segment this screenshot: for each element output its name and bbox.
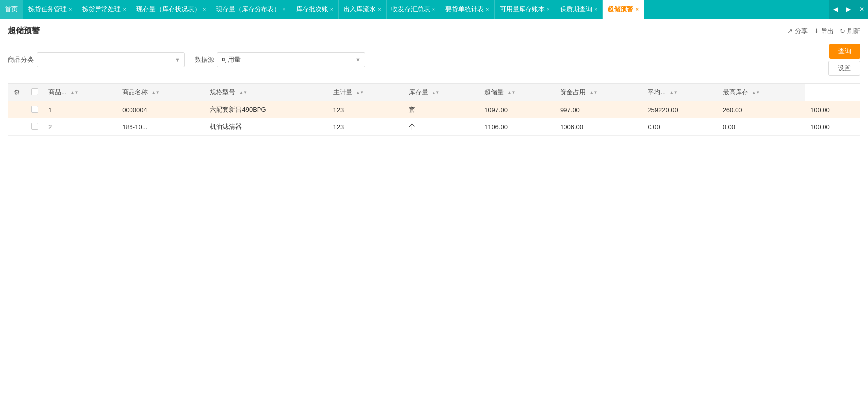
category-chevron-icon: ▼ — [175, 57, 180, 63]
table-row: 2 186-10... 机油滤清器 123 个 1106.00 1006.00 … — [8, 118, 860, 136]
row-spec: 123 — [328, 118, 404, 136]
sort-icon-unit[interactable]: ▲▼ — [356, 91, 364, 95]
data-table: ⚙ 商品... ▲▼ 商品名称 ▲▼ 规格型号 ▲▼ 主计 — [8, 83, 860, 136]
datasource-select[interactable]: 可用量 ▼ — [217, 52, 365, 67]
row-index: 1 — [43, 101, 117, 118]
nav-item-task-mgmt[interactable]: 拣货任务管理 × — [23, 0, 77, 19]
category-select[interactable]: ▼ — [37, 52, 185, 67]
sort-icon-stock[interactable]: ▲▼ — [432, 91, 439, 95]
col-header-capital-label: 资金占用 — [560, 88, 586, 96]
nav-item-expiry[interactable]: 保质期查询 × — [555, 0, 603, 19]
row-max-stock: 100.00 — [805, 118, 860, 136]
nav-item-order-stat[interactable]: 要货单统计表 × — [440, 0, 494, 19]
header-actions: ↗ 分享 ⤓ 导出 ↻ 刷新 — [787, 27, 860, 36]
header-checkbox[interactable] — [31, 88, 38, 95]
table-row: 1 0000004 六配套新昌490BPG 123 套 1097.00 997.… — [8, 101, 860, 118]
col-header-product-name-label: 商品名称 — [122, 88, 148, 96]
nav-arrows: ◀ ▶ ✕ — [829, 0, 868, 19]
col-header-capital: 资金占用 ▲▼ — [555, 84, 643, 101]
col-header-settings: ⚙ — [8, 84, 26, 101]
row-settings-cell — [8, 101, 26, 118]
category-filter: 商品分类 ▼ — [8, 52, 185, 67]
row-unit: 套 — [404, 101, 479, 118]
col-header-avg: 平均... ▲▼ — [643, 84, 717, 101]
nav-item-expiry-close[interactable]: × — [594, 6, 597, 12]
col-header-unit-label: 主计量 — [333, 88, 352, 96]
nav-item-stock-status[interactable]: 现存量（库存状况表） × — [131, 0, 211, 19]
nav-item-avail-acct[interactable]: 可用量库存账本 × — [495, 0, 555, 19]
col-header-overstock: 超储量 ▲▼ — [479, 84, 555, 101]
page-header: 超储预警 ↗ 分享 ⤓ 导出 ↻ 刷新 — [8, 26, 860, 36]
query-button[interactable]: 查询 — [829, 44, 860, 59]
col-header-stock-label: 库存量 — [409, 88, 428, 96]
col-header-stock: 库存量 ▲▼ — [404, 84, 479, 101]
nav-item-receive-send-close[interactable]: × — [432, 6, 435, 12]
page-content: 超储预警 ↗ 分享 ⤓ 导出 ↻ 刷新 商品分类 ▼ 数据源 — [0, 19, 868, 395]
row-settings-cell — [8, 118, 26, 136]
nav-item-overstock-label: 超储预警 — [608, 5, 633, 14]
nav-item-inout-flow-label: 出入库流水 — [344, 5, 376, 14]
row-stock: 1097.00 — [479, 101, 555, 118]
nav-close-button[interactable]: ✕ — [855, 0, 868, 19]
nav-item-task-mgmt-close[interactable]: × — [69, 6, 72, 12]
nav-item-home[interactable]: 首页 — [0, 0, 23, 19]
nav-item-order-stat-close[interactable]: × — [486, 6, 489, 12]
nav-item-stock-dist-close[interactable]: × — [282, 6, 285, 12]
filter-row: 商品分类 ▼ 数据源 可用量 ▼ 查询 设置 — [8, 44, 860, 76]
row-unit: 个 — [404, 118, 479, 136]
nav-prev-button[interactable]: ◀ — [829, 0, 842, 19]
row-product-name: 六配套新昌490BPG — [205, 101, 328, 118]
nav-item-avail-acct-label: 可用量库存账本 — [500, 5, 545, 14]
nav-item-stock-status-close[interactable]: × — [203, 6, 206, 12]
category-label: 商品分类 — [8, 55, 34, 64]
nav-item-overstock[interactable]: 超储预警 × — [603, 0, 644, 19]
row-max-stock: 100.00 — [805, 101, 860, 118]
sort-icon-avg[interactable]: ▲▼ — [670, 91, 678, 95]
nav-item-stock-dist-label: 现存量（库存分布表） — [216, 5, 280, 14]
nav-next-button[interactable]: ▶ — [842, 0, 855, 19]
sort-icon-max-stock[interactable]: ▲▼ — [752, 91, 760, 95]
sort-icon-overstock[interactable]: ▲▼ — [508, 91, 516, 95]
settings-button[interactable]: 设置 — [828, 61, 860, 76]
export-button[interactable]: ⤓ 导出 — [814, 27, 834, 36]
nav-item-batch-acct-close[interactable]: × — [330, 6, 333, 12]
row-overstock: 997.00 — [555, 101, 643, 118]
nav-item-order-stat-label: 要货单统计表 — [445, 5, 484, 14]
refresh-button[interactable]: ↻ 刷新 — [840, 27, 860, 36]
top-nav: 首页 拣货任务管理 × 拣货异常处理 × 现存量（库存状况表） × 现存量（库存… — [0, 0, 868, 19]
nav-item-home-label: 首页 — [5, 5, 18, 14]
sort-icon-product-code[interactable]: ▲▼ — [70, 91, 78, 95]
nav-item-batch-acct[interactable]: 库存批次账 × — [291, 0, 339, 19]
nav-item-receive-send[interactable]: 收发存汇总表 × — [387, 0, 440, 19]
nav-item-avail-acct-close[interactable]: × — [547, 6, 550, 12]
share-label: 分享 — [795, 27, 808, 36]
nav-item-abnormal-close[interactable]: × — [123, 6, 126, 12]
nav-item-abnormal[interactable]: 拣货异常处理 × — [77, 0, 131, 19]
col-header-spec: 规格型号 ▲▼ — [205, 84, 328, 101]
datasource-select-value: 可用量 — [221, 55, 353, 64]
nav-item-abnormal-label: 拣货异常处理 — [82, 5, 121, 14]
row-avg: 0.00 — [718, 118, 805, 136]
row-product-code: 186-10... — [117, 118, 205, 136]
row-stock: 1106.00 — [479, 118, 555, 136]
nav-item-inout-flow-close[interactable]: × — [378, 6, 381, 12]
sort-icon-spec[interactable]: ▲▼ — [239, 91, 247, 95]
row-checkbox[interactable] — [31, 106, 38, 113]
sort-icon-capital[interactable]: ▲▼ — [590, 91, 598, 95]
gear-icon[interactable]: ⚙ — [14, 88, 20, 96]
refresh-label: 刷新 — [847, 27, 860, 36]
row-checkbox-cell — [26, 101, 43, 118]
category-select-text — [41, 56, 173, 64]
row-index: 2 — [43, 118, 117, 136]
share-button[interactable]: ↗ 分享 — [787, 27, 808, 36]
datasource-filter: 数据源 可用量 ▼ — [195, 52, 365, 67]
nav-item-overstock-close[interactable]: × — [635, 6, 638, 12]
sort-icon-product-name[interactable]: ▲▼ — [152, 91, 160, 95]
share-icon: ↗ — [787, 27, 793, 35]
row-checkbox[interactable] — [31, 123, 38, 130]
row-avg: 260.00 — [718, 101, 805, 118]
nav-item-inout-flow[interactable]: 出入库流水 × — [339, 0, 386, 19]
col-header-product-code-label: 商品... — [48, 88, 67, 96]
nav-item-stock-dist[interactable]: 现存量（库存分布表） × — [211, 0, 291, 19]
col-header-product-code: 商品... ▲▼ — [43, 84, 117, 101]
